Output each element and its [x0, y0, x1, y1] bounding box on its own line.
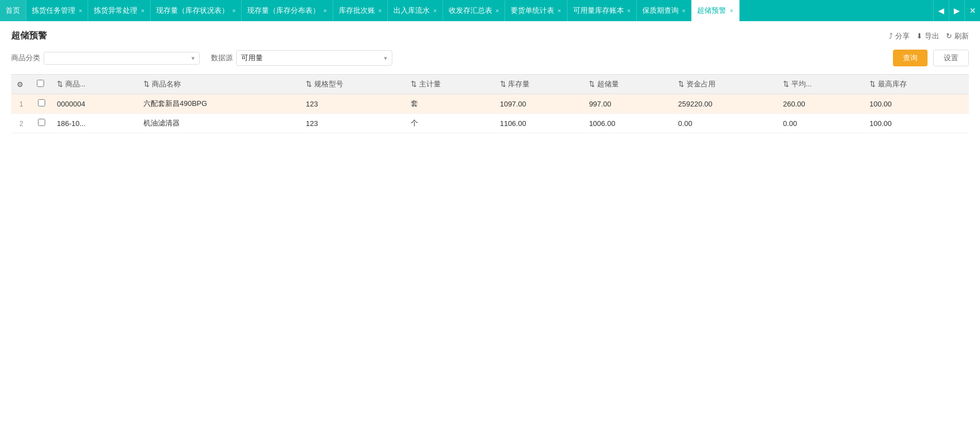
nav-tab-stock-status[interactable]: 现存量（库存状况表） × [151, 0, 242, 21]
nav-close-arrow[interactable]: ✕ [964, 0, 980, 21]
row-max-stock: 100.00 [864, 94, 969, 114]
nav-tab-stock-dist[interactable]: 现存量（库存分布表） × [242, 0, 333, 21]
data-source-label: 数据源 [211, 53, 233, 63]
nav-tab-task-close[interactable]: × [79, 7, 82, 14]
row-checkbox-cell [31, 94, 51, 114]
th-overstock[interactable]: ⇅ 超储量 [583, 75, 672, 94]
nav-tab-summary-close[interactable]: × [496, 7, 499, 14]
row-spec: 123 [300, 94, 405, 114]
gear-icon: ⚙ [17, 80, 23, 89]
th-max-stock[interactable]: ⇅ 最高库存 [864, 75, 969, 94]
nav-tab-task[interactable]: 拣货任务管理 × [26, 0, 88, 21]
filter-row: 商品分类 ▾ 数据源 可用量 ▾ 查询 设置 [11, 50, 969, 66]
row-unit: 个 [405, 114, 494, 133]
nav-tab-summary-label: 收发存汇总表 [449, 6, 492, 16]
th-capital-label: ⇅ 资金占用 [678, 80, 715, 88]
th-product-code-label: ⇅ 商品... [57, 80, 85, 88]
th-spec-label: ⇅ 规格型号 [306, 80, 343, 88]
nav-tab-expiry-close[interactable]: × [682, 7, 685, 14]
query-button[interactable]: 查询 [893, 50, 928, 66]
nav-tab-overstock-close[interactable]: × [729, 7, 733, 14]
data-source-group: 数据源 可用量 ▾ [211, 50, 392, 66]
th-capital[interactable]: ⇅ 资金占用 [672, 75, 777, 94]
export-icon: ⬇ [916, 32, 923, 40]
th-gear[interactable]: ⚙ [11, 75, 31, 94]
settings-button[interactable]: 设置 [933, 50, 969, 66]
nav-tab-summary[interactable]: 收发存汇总表 × [443, 0, 505, 21]
row-index: 1 [11, 94, 31, 114]
nav-next-arrow[interactable]: ▶ [949, 0, 964, 21]
product-category-chevron-icon: ▾ [191, 55, 195, 62]
header-actions: ⤴ 分享 ⬇ 导出 ↻ 刷新 [889, 31, 969, 41]
nav-tab-available-close[interactable]: × [627, 7, 631, 14]
nav-tab-order-stat-close[interactable]: × [558, 7, 561, 14]
th-stock[interactable]: ⇅ 库存量 [494, 75, 584, 94]
th-stock-label: ⇅ 库存量 [500, 80, 530, 88]
export-label: 导出 [925, 31, 939, 41]
product-category-select[interactable]: ▾ [44, 52, 200, 65]
row-max-stock: 100.00 [864, 114, 969, 133]
th-max-stock-label: ⇅ 最高库存 [869, 80, 907, 88]
row-overstock: 997.00 [583, 94, 672, 114]
data-table: ⚙ ⇅ 商品... ⇅ 商品名称 ⇅ 规格型号 ⇅ 主计量 ⇅ [11, 74, 969, 133]
top-nav: 首页 拣货任务管理 × 拣货异常处理 × 现存量（库存状况表） × 现存量（库存… [0, 0, 980, 21]
share-label: 分享 [895, 31, 910, 41]
nav-tab-overstock-label: 超储预警 [697, 6, 726, 16]
export-button[interactable]: ⬇ 导出 [916, 31, 939, 41]
nav-tab-order-stat[interactable]: 要货单统计表 × [505, 0, 567, 21]
product-category-group: 商品分类 ▾ [11, 52, 200, 65]
row-spec: 123 [300, 114, 405, 133]
select-all-checkbox[interactable] [37, 80, 44, 87]
row-capital: 259220.00 [672, 94, 777, 114]
th-overstock-label: ⇅ 超储量 [589, 80, 619, 88]
row-index: 2 [11, 114, 31, 133]
nav-tab-home-label: 首页 [6, 6, 20, 16]
nav-tab-available-label: 可用量库存账本 [573, 6, 624, 16]
page-content: 超储预警 ⤴ 分享 ⬇ 导出 ↻ 刷新 商品分类 ▾ 数据源 [0, 21, 980, 446]
nav-tab-batch[interactable]: 库存批次账 × [333, 0, 388, 21]
refresh-button[interactable]: ↻ 刷新 [946, 31, 969, 41]
th-product-name[interactable]: ⇅ 商品名称 [138, 75, 300, 94]
nav-tab-task-label: 拣货任务管理 [32, 6, 75, 16]
nav-tab-stock-dist-close[interactable]: × [323, 7, 326, 14]
row-capital: 0.00 [672, 114, 777, 133]
nav-tab-inout[interactable]: 出入库流水 × [388, 0, 443, 21]
th-avg[interactable]: ⇅ 平均... [777, 75, 864, 94]
nav-tab-inout-close[interactable]: × [433, 7, 436, 14]
nav-tab-home[interactable]: 首页 [0, 0, 26, 21]
page-header: 超储预警 ⤴ 分享 ⬇ 导出 ↻ 刷新 [11, 30, 969, 42]
share-button[interactable]: ⤴ 分享 [889, 31, 910, 41]
row-checkbox-cell [31, 114, 51, 133]
nav-tab-stock-status-label: 现存量（库存状况表） [156, 6, 229, 16]
row-overstock: 1006.00 [583, 114, 672, 133]
th-avg-label: ⇅ 平均... [783, 80, 811, 88]
nav-tab-overstock[interactable]: 超储预警 × [691, 0, 739, 21]
nav-tab-stock-status-close[interactable]: × [232, 7, 236, 14]
data-source-chevron-icon: ▾ [384, 55, 387, 62]
nav-tab-abnormal[interactable]: 拣货异常处理 × [88, 0, 150, 21]
th-product-code[interactable]: ⇅ 商品... [51, 75, 138, 94]
product-category-label: 商品分类 [11, 53, 40, 63]
nav-tab-batch-label: 库存批次账 [339, 6, 375, 16]
nav-arrows: ◀ ▶ ✕ [933, 0, 980, 21]
share-icon: ⤴ [889, 32, 893, 40]
refresh-label: 刷新 [954, 31, 969, 41]
row-checkbox[interactable] [38, 99, 45, 106]
table-row: 2 186-10... 机油滤清器 123 个 1106.00 1006.00 … [11, 114, 969, 133]
nav-tab-expiry[interactable]: 保质期查询 × [637, 0, 691, 21]
th-spec[interactable]: ⇅ 规格型号 [300, 75, 405, 94]
nav-tab-abnormal-close[interactable]: × [141, 7, 144, 14]
nav-tab-available[interactable]: 可用量库存账本 × [568, 0, 637, 21]
th-unit[interactable]: ⇅ 主计量 [405, 75, 494, 94]
th-product-name-label: ⇅ 商品名称 [143, 80, 181, 88]
nav-prev-arrow[interactable]: ◀ [933, 0, 949, 21]
nav-tab-batch-close[interactable]: × [378, 7, 382, 14]
row-avg: 0.00 [777, 114, 864, 133]
nav-tab-abnormal-label: 拣货异常处理 [94, 6, 137, 16]
row-checkbox[interactable] [38, 119, 45, 126]
table-row: 1 0000004 六配套新昌490BPG 123 套 1097.00 997.… [11, 94, 969, 114]
nav-tab-stock-dist-label: 现存量（库存分布表） [247, 6, 320, 16]
row-product-name: 机油滤清器 [138, 114, 300, 133]
data-source-select[interactable]: 可用量 ▾ [236, 50, 392, 66]
row-avg: 260.00 [777, 94, 864, 114]
